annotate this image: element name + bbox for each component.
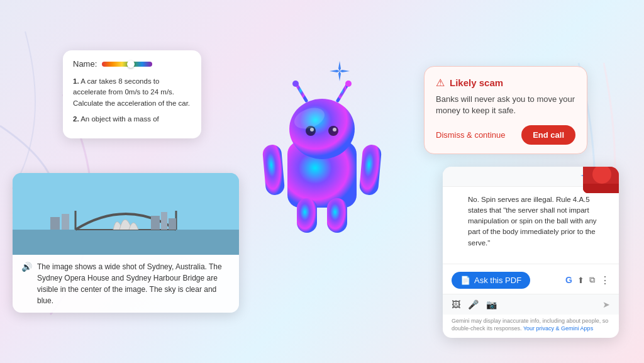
svg-rect-27 <box>583 184 619 193</box>
camera-icon[interactable]: 📷 <box>486 299 497 310</box>
google-icon[interactable]: G <box>565 275 572 285</box>
gemini-sparkle <box>328 60 351 87</box>
scam-alert-card: ⚠ Likely scam Banks will never ask you t… <box>424 66 587 154</box>
quiz-card: Name: 1. A car takes 8 seconds to accele… <box>63 50 201 138</box>
sydney-caption-text: The image shows a wide shot of Sydney, A… <box>37 261 230 306</box>
pdf-icon-bar: G ⬆ ⧉ ⋮ <box>565 274 610 286</box>
copy-icon[interactable]: ⧉ <box>589 275 595 285</box>
svg-point-22 <box>310 128 314 131</box>
pdf-content: No. Spin serves are illegal. Rule 4.A.5 … <box>443 187 619 261</box>
svg-rect-14 <box>327 198 347 233</box>
dismiss-continue-button[interactable]: Dismiss & continue <box>436 130 506 140</box>
color-slider-thumb <box>127 60 135 68</box>
send-icon[interactable]: ➤ <box>602 299 610 310</box>
svg-point-23 <box>333 128 336 131</box>
pdf-disclaimer: Gemini may display inaccurate info, incl… <box>443 315 619 338</box>
sydney-image <box>13 173 239 255</box>
ask-pdf-button[interactable]: 📄 Ask this PDF <box>452 272 530 289</box>
pdf-bottom-actions: 📄 Ask this PDF G ⬆ ⧉ ⋮ <box>443 267 619 294</box>
android-mascot <box>259 75 385 239</box>
svg-rect-6 <box>62 214 69 230</box>
svg-rect-10 <box>262 144 286 196</box>
svg-rect-13 <box>297 198 317 233</box>
svg-rect-7 <box>151 216 160 230</box>
svg-point-17 <box>292 81 299 87</box>
pdf-button-icon: 📄 <box>460 276 470 285</box>
more-icon[interactable]: ⋮ <box>600 274 610 286</box>
quiz-name-label: Name: <box>73 59 97 69</box>
svg-rect-9 <box>169 218 176 230</box>
color-slider[interactable] <box>102 62 152 67</box>
svg-point-15 <box>289 99 355 159</box>
share-icon[interactable]: ⬆ <box>577 276 584 285</box>
quiz-name-row: Name: <box>73 59 191 69</box>
quiz-q2-number: 2. <box>73 115 79 123</box>
pdf-gemini-panel: ↩ ⧉ No. Spin serves are illegal. Rule 4.… <box>443 167 619 338</box>
svg-rect-1 <box>13 230 239 255</box>
sydney-caption: 🔊 The image shows a wide shot of Sydney,… <box>13 255 239 313</box>
scam-card-actions: Dismiss & continue End call <box>436 125 575 145</box>
scam-card-title: Likely scam <box>450 77 503 88</box>
sydney-card: 🔊 The image shows a wide shot of Sydney,… <box>13 173 239 313</box>
privacy-link[interactable]: Your privacy & Gemini Apps <box>523 325 593 332</box>
pdf-gemini-text: No. Spin serves are illegal. Rule 4.A.5 … <box>452 194 610 249</box>
svg-line-16 <box>297 85 306 101</box>
scam-card-header: ⚠ Likely scam <box>436 77 575 89</box>
scam-card-body: Banks will never ask you to move your mo… <box>436 94 575 116</box>
quiz-question-2: 2. An object with a mass of <box>73 114 191 125</box>
end-call-button[interactable]: End call <box>521 125 575 145</box>
warning-icon: ⚠ <box>436 77 445 89</box>
quiz-question-1: 1. A car takes 8 seconds to accelerate f… <box>73 76 191 109</box>
pdf-toolbar: 🖼 🎤 📷 ➤ <box>443 294 619 315</box>
svg-rect-8 <box>161 212 167 230</box>
ask-pdf-label: Ask this PDF <box>474 276 521 285</box>
pdf-divider <box>443 264 619 264</box>
quiz-q1-number: 1. <box>73 77 79 85</box>
svg-rect-11 <box>359 144 382 196</box>
mic-icon[interactable]: 🎤 <box>468 299 479 310</box>
image-icon[interactable]: 🖼 <box>452 299 460 310</box>
audio-icon: 🔊 <box>21 262 32 272</box>
svg-rect-5 <box>50 217 60 230</box>
